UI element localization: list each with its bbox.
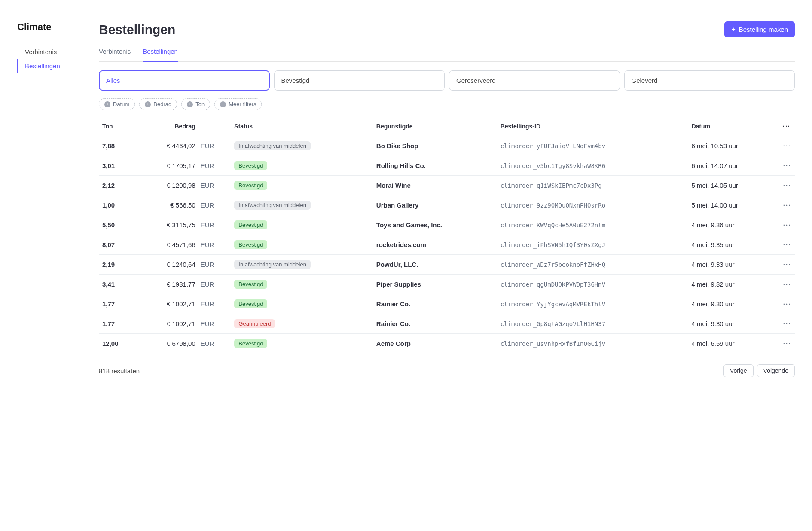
sidebar-item-1[interactable]: Bestellingen bbox=[17, 59, 99, 73]
brand-title: Climate bbox=[17, 21, 99, 33]
cell-currency: EUR bbox=[199, 195, 231, 215]
col-orderid[interactable]: Bestellings-ID bbox=[497, 119, 688, 136]
more-icon: ··· bbox=[783, 241, 791, 248]
col-amount[interactable]: Bedrag bbox=[138, 119, 198, 136]
cell-date: 4 mei, 9.30 uur bbox=[688, 294, 779, 314]
cell-date: 5 mei, 14.00 uur bbox=[688, 195, 779, 215]
filter-tile-1[interactable]: Bevestigd bbox=[274, 70, 445, 91]
create-order-button[interactable]: + Bestelling maken bbox=[724, 21, 795, 37]
filter-chip-1[interactable]: +Bedrag bbox=[139, 98, 177, 110]
table-row[interactable]: 3,01€ 1705,17EURBevestigdRolling Hills C… bbox=[99, 156, 795, 176]
col-status[interactable]: Status bbox=[231, 119, 373, 136]
filter-chip-3[interactable]: +Meer filters bbox=[214, 98, 262, 110]
row-more-button[interactable]: ··· bbox=[779, 195, 795, 215]
cell-currency: EUR bbox=[199, 156, 231, 176]
cell-currency: EUR bbox=[199, 215, 231, 235]
filter-chip-2[interactable]: +Ton bbox=[181, 98, 210, 110]
status-badge: Bevestigd bbox=[234, 339, 267, 348]
row-more-button[interactable]: ··· bbox=[779, 136, 795, 156]
cell-currency: EUR bbox=[199, 255, 231, 275]
tab-0[interactable]: Verbintenis bbox=[99, 48, 131, 62]
row-more-button[interactable]: ··· bbox=[779, 255, 795, 275]
more-icon: ··· bbox=[783, 300, 791, 308]
row-more-button[interactable]: ··· bbox=[779, 314, 795, 334]
cell-date: 4 mei, 6.59 uur bbox=[688, 334, 779, 354]
cell-beneficiary: Rainier Co. bbox=[373, 294, 497, 314]
tabs: VerbintenisBestellingen bbox=[99, 48, 795, 62]
status-badge: In afwachting van middelen bbox=[234, 260, 311, 269]
prev-button[interactable]: Vorige bbox=[723, 364, 754, 377]
chip-label: Datum bbox=[113, 101, 129, 107]
more-icon: ··· bbox=[783, 261, 791, 268]
cell-ton: 1,00 bbox=[99, 195, 138, 215]
col-ton[interactable]: Ton bbox=[99, 119, 138, 136]
table-row[interactable]: 1,77€ 1002,71EURBevestigdRainier Co.clim… bbox=[99, 294, 795, 314]
table-row[interactable]: 5,50€ 3115,75EURBevestigdToys and Games,… bbox=[99, 215, 795, 235]
cell-beneficiary: Morai Wine bbox=[373, 176, 497, 195]
table-row[interactable]: 12,00€ 6798,00EURBevestigdAcme Corpclimo… bbox=[99, 334, 795, 354]
cell-orderid: climorder_YyjYgcevAqMVREkThlV bbox=[497, 294, 688, 314]
table-row[interactable]: 3,41€ 1931,77EURBevestigdPiper Suppliesc… bbox=[99, 275, 795, 294]
row-more-button[interactable]: ··· bbox=[779, 176, 795, 195]
table-row[interactable]: 7,88€ 4464,02EURIn afwachting van middel… bbox=[99, 136, 795, 156]
status-badge: Bevestigd bbox=[234, 161, 267, 170]
table-row[interactable]: 2,19€ 1240,64EURIn afwachting van middel… bbox=[99, 255, 795, 275]
more-icon[interactable]: ··· bbox=[783, 123, 791, 130]
chip-label: Ton bbox=[195, 101, 205, 107]
cell-amount: € 1200,98 bbox=[138, 176, 198, 195]
cell-amount: € 4571,66 bbox=[138, 235, 198, 255]
col-beneficiary[interactable]: Begunstigde bbox=[373, 119, 497, 136]
row-more-button[interactable]: ··· bbox=[779, 215, 795, 235]
status-badge: Bevestigd bbox=[234, 299, 267, 308]
cell-status: Bevestigd bbox=[231, 294, 373, 314]
col-date[interactable]: Datum bbox=[688, 119, 779, 136]
cell-amount: € 566,50 bbox=[138, 195, 198, 215]
add-icon: + bbox=[220, 101, 226, 107]
cell-date: 6 mei, 10.53 uur bbox=[688, 136, 779, 156]
row-more-button[interactable]: ··· bbox=[779, 156, 795, 176]
cell-beneficiary: Toys and Games, Inc. bbox=[373, 215, 497, 235]
cell-beneficiary: Rolling Hills Co. bbox=[373, 156, 497, 176]
filter-tile-0[interactable]: Alles bbox=[99, 70, 270, 91]
row-more-button[interactable]: ··· bbox=[779, 275, 795, 294]
status-badge: In afwachting van middelen bbox=[234, 141, 311, 150]
filter-chip-0[interactable]: +Datum bbox=[99, 98, 135, 110]
cell-ton: 3,41 bbox=[99, 275, 138, 294]
more-icon: ··· bbox=[783, 201, 791, 209]
cell-amount: € 1002,71 bbox=[138, 314, 198, 334]
tab-1[interactable]: Bestellingen bbox=[143, 48, 178, 62]
cell-amount: € 6798,00 bbox=[138, 334, 198, 354]
sidebar-item-0[interactable]: Verbintenis bbox=[17, 45, 99, 59]
filter-tile-2[interactable]: Gereserveerd bbox=[449, 70, 620, 91]
cell-ton: 1,77 bbox=[99, 294, 138, 314]
row-more-button[interactable]: ··· bbox=[779, 334, 795, 354]
filter-tile-3[interactable]: Geleverd bbox=[624, 70, 795, 91]
status-badge: Geannuleerd bbox=[234, 319, 275, 328]
cell-beneficiary: Acme Corp bbox=[373, 334, 497, 354]
table-row[interactable]: 8,07€ 4571,66EURBevestigdrocketrides.com… bbox=[99, 235, 795, 255]
next-button[interactable]: Volgende bbox=[757, 364, 795, 377]
cell-date: 6 mei, 14.07 uur bbox=[688, 156, 779, 176]
cell-currency: EUR bbox=[199, 235, 231, 255]
status-badge: Bevestigd bbox=[234, 181, 267, 190]
add-icon: + bbox=[187, 101, 193, 107]
cell-amount: € 1931,77 bbox=[138, 275, 198, 294]
cell-ton: 7,88 bbox=[99, 136, 138, 156]
cell-orderid: climorder_iPhSVN5hIQf3Y0sZXgJ bbox=[497, 235, 688, 255]
cell-currency: EUR bbox=[199, 176, 231, 195]
table-row[interactable]: 1,77€ 1002,71EURGeannuleerdRainier Co.cl… bbox=[99, 314, 795, 334]
more-icon: ··· bbox=[783, 281, 791, 288]
cell-orderid: climorder_q1iWSkIEPmc7cDx3Pg bbox=[497, 176, 688, 195]
filter-chips: +Datum+Bedrag+Ton+Meer filters bbox=[99, 98, 795, 110]
chip-label: Meer filters bbox=[229, 101, 256, 107]
sidebar-nav: VerbintenisBestellingen bbox=[17, 45, 99, 73]
results-count: 818 resultaten bbox=[99, 367, 140, 375]
table-row[interactable]: 2,12€ 1200,98EURBevestigdMorai Wineclimo… bbox=[99, 176, 795, 195]
row-more-button[interactable]: ··· bbox=[779, 235, 795, 255]
more-icon: ··· bbox=[783, 340, 791, 347]
status-badge: Bevestigd bbox=[234, 280, 267, 289]
cell-status: Geannuleerd bbox=[231, 314, 373, 334]
row-more-button[interactable]: ··· bbox=[779, 294, 795, 314]
filter-tiles: AllesBevestigdGereserveerdGeleverd bbox=[99, 70, 795, 91]
table-row[interactable]: 1,00€ 566,50EURIn afwachting van middele… bbox=[99, 195, 795, 215]
